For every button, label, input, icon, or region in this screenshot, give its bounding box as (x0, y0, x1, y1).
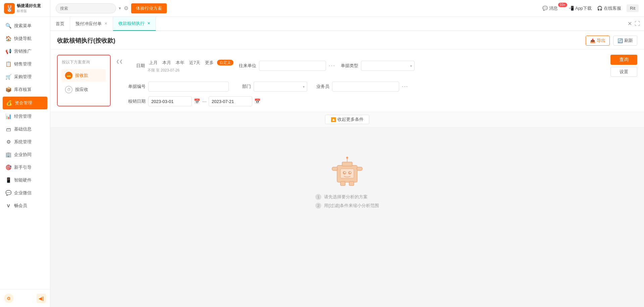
wxwork-icon: 💬 (5, 190, 11, 196)
sidebar-item-wxwork[interactable]: 💬 企业微信 (0, 187, 50, 199)
filter-right: 日期 上月 本月 本年 近7天 更多 自定义 不限 至 (128, 55, 637, 106)
verify-date-end-calendar-icon[interactable]: 📅 (254, 98, 261, 104)
sidebar-item-enterprise[interactable]: 🏢 企业协同 (0, 148, 50, 161)
tabbar: 首页 预付冲应付单 ✕ 收款核销执行 ✕ ✕ ⛶ (50, 17, 644, 31)
sidebar-item-basicinfo[interactable]: 🗃 基础信息 (0, 123, 50, 136)
export-icon: 📤 (590, 38, 595, 43)
topbar-left: ▾ ⚙ 体验行业方案 (56, 3, 167, 13)
date-shortcut-thismonth[interactable]: 本月 (161, 59, 172, 66)
filter-by-receipt[interactable]: 💳 按收款 (62, 69, 106, 82)
topbar-gear-icon[interactable]: ⚙ (124, 5, 128, 11)
date-shortcut-more[interactable]: 更多 (204, 59, 215, 66)
empty-robot-svg (327, 154, 367, 187)
logo-icon: 🐰 (4, 3, 15, 14)
topbar-search-input[interactable] (56, 3, 116, 13)
doc-type-select[interactable] (361, 61, 415, 71)
svg-rect-9 (332, 167, 337, 170)
page-header-actions: 📤 导出 🔄 刷新 (586, 36, 637, 46)
sidebar-item-system[interactable]: ⚙ 系统管理 (0, 136, 50, 148)
sidebar-item-quicknav[interactable]: 🏠 快捷导航 (0, 32, 50, 45)
refresh-icon: 🔄 (618, 38, 623, 43)
tab-collection-close[interactable]: ✕ (147, 21, 150, 25)
headset-icon: 🎧 (597, 6, 602, 11)
refresh-button[interactable]: 🔄 刷新 (613, 36, 637, 46)
inventory-icon: 📦 (5, 87, 11, 93)
main-content: ▾ ⚙ 体验行业方案 💬 消息 99+ 📲 App下载 🎧 在线客服 Rit 首… (50, 0, 644, 307)
finance-icon: 💰 (6, 100, 12, 106)
query-button[interactable]: 查询 (610, 55, 637, 65)
sidebar-item-sales[interactable]: 📋 销售管理 (0, 58, 50, 70)
doc-no-input[interactable] (148, 82, 229, 92)
doc-no-label: 单据编号 (128, 84, 146, 90)
staff-input[interactable] (332, 82, 399, 92)
sidebar-item-purchase[interactable]: 🛒 采购管理 (0, 70, 50, 83)
smarthw-icon: 📱 (5, 177, 11, 183)
step-1-icon: 1 (315, 194, 321, 200)
sidebar-item-newguide[interactable]: 🎯 新手引导 (0, 161, 50, 174)
date-shortcut-thisyear[interactable]: 本年 (174, 59, 186, 66)
expand-tabs-button[interactable]: ⛶ (635, 21, 640, 27)
tab-prepay[interactable]: 预付冲应付单 ✕ (70, 17, 113, 31)
counterpart-input[interactable] (259, 61, 326, 71)
svg-rect-12 (349, 182, 354, 186)
user-info[interactable]: Rit (627, 4, 639, 12)
message-button[interactable]: 💬 消息 99+ (542, 5, 563, 11)
verify-date-end-input[interactable] (209, 96, 252, 106)
sidebar-item-smarthw[interactable]: 📱 智能硬件 (0, 174, 50, 187)
sidebar-item-member[interactable]: V 畅会员 (0, 199, 50, 212)
message-label: 消息 (549, 5, 558, 11)
doc-type-field: 单据类型 ▾ (341, 61, 415, 71)
verify-date-start-input[interactable] (148, 96, 192, 106)
staff-field: 业务员 ··· (313, 82, 408, 92)
sidebar-item-marketing[interactable]: 📢 营销推广 (0, 45, 50, 58)
filter-section: 按以下方案查询 💳 按收款 ⏱ 按应收 ❮❮ (50, 49, 644, 127)
sidebar-item-search[interactable]: 🔍 搜索菜单 (0, 19, 50, 32)
settings-button[interactable]: ⚙ (4, 294, 13, 303)
doc-no-field: 单据编号 (128, 82, 229, 92)
close-all-tabs-button[interactable]: ✕ (628, 20, 632, 27)
page-title: 收款核销执行(按收款) (57, 37, 115, 45)
tab-prepay-close[interactable]: ✕ (104, 21, 107, 26)
sidebar-item-operations[interactable]: 📊 经营管理 (0, 110, 50, 123)
message-icon: 💬 (542, 6, 548, 11)
page-content: 收款核销执行(按收款) 📤 导出 🔄 刷新 按以下方案查询 💳 (50, 31, 644, 307)
filter-settings-button[interactable]: 设置 (610, 67, 637, 77)
topbar-dropdown-arrow[interactable]: ▾ (119, 6, 121, 11)
verify-date-start-calendar-icon[interactable]: 📅 (194, 98, 200, 104)
app-download-icon: 📲 (569, 6, 574, 11)
filter-by-receivable[interactable]: ⏱ 按应收 (62, 83, 106, 96)
export-button[interactable]: 📤 导出 (586, 36, 610, 46)
step-2-icon: 2 (315, 203, 321, 209)
sidebar-item-inventory[interactable]: 📦 库存核算 (0, 83, 50, 96)
sidebar-item-finance[interactable]: 💰 资金管理 (3, 97, 47, 109)
filter-row-1: 日期 上月 本月 本年 近7天 更多 自定义 不限 至 (128, 55, 637, 77)
industry-plan-button[interactable]: 体验行业方案 (131, 3, 167, 13)
logo-text: 畅捷通好生意 标准版 (17, 3, 41, 13)
staff-more-button[interactable]: ··· (402, 84, 408, 90)
app-download-button[interactable]: 📲 App下载 (569, 5, 592, 11)
collapse-sidebar-button[interactable]: ◀‖ (37, 294, 46, 303)
svg-rect-10 (357, 167, 362, 170)
dept-label: 部门 (234, 84, 251, 90)
online-service-button[interactable]: 🎧 在线客服 (597, 5, 621, 11)
date-field: 日期 上月 本月 本年 近7天 更多 自定义 不限 至 (128, 59, 233, 73)
sidebar-nav: 🔍 搜索菜单 🏠 快捷导航 📢 营销推广 📋 销售管理 🛒 采购管理 📦 库存核… (0, 17, 50, 289)
date-hint: 不限 至 2023-07-26 (148, 68, 233, 73)
date-shortcut-7days[interactable]: 近7天 (188, 59, 202, 66)
doc-type-label: 单据类型 (341, 63, 358, 69)
collapse-more-button[interactable]: 🔼 收起更多条件 (325, 115, 369, 124)
counterpart-more-button[interactable]: ··· (329, 63, 335, 69)
verify-date-label: 核销日期 (128, 98, 146, 104)
date-shortcut-lastmonth[interactable]: 上月 (148, 59, 159, 66)
filter-row-2: 单据编号 部门 ▾ 业务员 (128, 82, 637, 92)
date-range-separator: — (202, 99, 207, 104)
tab-collection[interactable]: 收款核销执行 ✕ (113, 17, 156, 31)
dept-field: 部门 ▾ (234, 82, 307, 92)
filter-panel-title: 按以下方案查询 (62, 59, 106, 65)
date-custom-badge[interactable]: 自定义 (217, 60, 233, 65)
empty-tip-1: 1 请先选择要分析的方案 (315, 194, 379, 200)
dept-select[interactable] (254, 82, 307, 92)
tab-home[interactable]: 首页 (50, 17, 70, 31)
sidebar: 🐰 畅捷通好生意 标准版 🔍 搜索菜单 🏠 快捷导航 📢 营销推广 📋 销售管理… (0, 0, 50, 307)
collapse-panel-button[interactable]: ❮❮ (116, 55, 123, 68)
